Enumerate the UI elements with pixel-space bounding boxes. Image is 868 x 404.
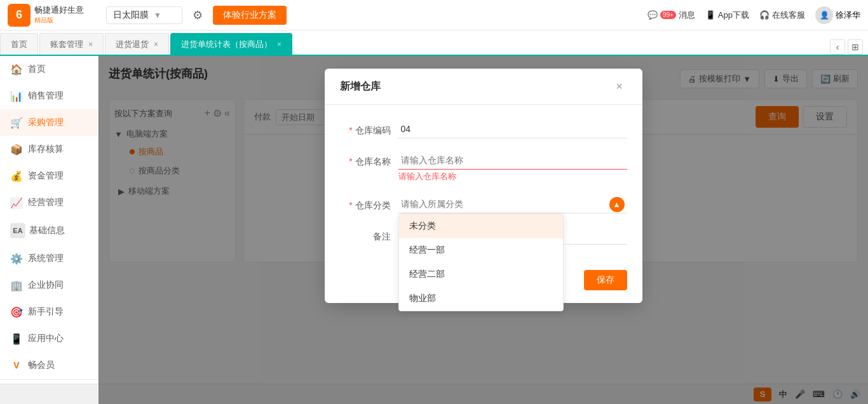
appcenter-icon: 📱 [10,332,23,345]
sidebar-label-appcenter: 应用中心 [28,333,64,344]
online-service-item[interactable]: 🎧 在线客服 [759,10,805,21]
tab-return[interactable]: 进货退货 × [105,33,169,55]
top-header: 6 畅捷通好生意 精品版 日太阳膜 ▼ ⚙ 体验行业方案 💬 99+ 消息 📱 … [0,0,868,30]
inventory-icon: 📦 [10,143,23,156]
sidebar-item-sales[interactable]: 📊 销售管理 [0,83,98,109]
enterprise-icon: 🏢 [10,279,23,292]
sidebar-item-inventory[interactable]: 📦 库存核算 [0,136,98,163]
dropdown-item-dept2[interactable]: 经营二部 [399,262,563,286]
tab-bar: 首页 账套管理 × 进货退货 × 进货单统计表（按商品） × ‹ ⊞ [0,30,868,56]
app-icon: 📱 [705,10,715,20]
tab-prev-btn[interactable]: ‹ [830,39,845,55]
dropdown-item-none[interactable]: 未分类 [399,214,563,238]
modal-header: 新增仓库 × [325,69,642,105]
code-control [398,120,627,138]
sidebar-label-member: 畅会员 [28,360,55,371]
tab-accounts[interactable]: 账套管理 × [39,33,104,55]
form-row-name: 仓库名称 请输入仓库名称 [340,151,627,182]
category-dropdown: 未分类 经营一部 经营二部 物业部 [398,213,564,311]
sidebar-item-purchase[interactable]: 🛒 采购管理 [0,109,98,136]
tab-controls: ‹ ⊞ [830,39,868,55]
operations-icon: 📈 [10,196,23,209]
sidebar-item-newbie[interactable]: 🎯 新手引导 [0,299,98,325]
ea-icon: EA [10,223,25,238]
sidebar-item-operations[interactable]: 📈 经营管理 [0,189,98,216]
sidebar-label-purchase: 采购管理 [28,117,64,128]
member-icon: V [10,359,23,372]
app-download-label: App下载 [718,10,749,21]
form-row-category: 仓库分类 ▲ 未分类 经营一部 经营二部 物业部 [340,195,627,213]
tab-stats-close[interactable]: × [277,40,281,49]
modal-save-btn[interactable]: 保存 [584,270,627,290]
logo-sub: 精品版 [34,16,84,25]
sidebar-label-system: 系统管理 [28,253,64,264]
sidebar-label-inventory: 库存核算 [28,144,64,155]
name-error-msg: 请输入仓库名称 [398,171,627,182]
header-right: 💬 99+ 消息 📱 App下载 🎧 在线客服 👤 徐泽华 [648,6,860,24]
message-label: 消息 [679,10,695,21]
header-middle: 日太阳膜 ▼ ⚙ 体验行业方案 [106,5,648,25]
name-control: 请输入仓库名称 [398,151,627,182]
tab-stats-label: 进货单统计表（按商品） [181,39,272,50]
store-name: 日太阳膜 [113,10,149,21]
form-row-code: 仓库编码 [340,120,627,138]
app-download-item[interactable]: 📱 App下载 [705,10,749,21]
tab-return-label: 进货退货 [116,39,149,50]
system-icon: ⚙️ [10,252,23,265]
tab-return-close[interactable]: × [154,40,158,49]
tab-accounts-label: 账套管理 [50,39,83,50]
note-label: 备注 [340,226,391,243]
category-label: 仓库分类 [340,195,391,212]
finance-icon: 💰 [10,170,23,182]
home-icon: 🏠 [10,63,23,76]
settings-icon[interactable]: ⚙ [187,5,208,25]
purchase-icon: 🛒 [10,116,23,129]
sidebar: 🏠 首页 📊 销售管理 🛒 采购管理 📦 库存核算 💰 资金管理 📈 经营管理 … [0,56,98,404]
tab-home[interactable]: 首页 [0,33,38,55]
sidebar-label-enterprise: 企业协同 [28,279,64,291]
logo-text: 畅捷通好生意 [34,5,84,16]
trial-button[interactable]: 体验行业方案 [213,6,287,25]
store-selector[interactable]: 日太阳膜 ▼ [106,6,182,24]
tab-stats[interactable]: 进货单统计表（按商品） × [170,33,292,55]
content-area: 进货单统计(按商品) 🖨 按模板打印 ▼ ⬇ 导出 🔄 刷新 [98,56,868,404]
message-badge: 99+ [660,11,676,19]
sidebar-item-finance[interactable]: 💰 资金管理 [0,163,98,189]
newbie-icon: 🎯 [10,306,23,318]
modal-close-btn[interactable]: × [612,79,627,94]
user-area[interactable]: 👤 徐泽华 [815,6,860,24]
sidebar-label-finance: 资金管理 [28,170,64,182]
message-item[interactable]: 💬 99+ 消息 [648,10,695,21]
avatar: 👤 [815,6,833,24]
sidebar-item-member[interactable]: V 畅会员 [0,352,98,379]
category-toggle-btn[interactable]: ▲ [609,197,625,212]
sidebar-item-appcenter[interactable]: 📱 应用中心 [0,325,98,352]
sidebar-item-system[interactable]: ⚙️ 系统管理 [0,245,98,272]
sidebar-item-enterprise[interactable]: 🏢 企业协同 [0,272,98,299]
sidebar-label-basic: 基础信息 [29,225,65,236]
online-service-label: 在线客服 [772,10,805,21]
tab-accounts-close[interactable]: × [88,40,93,49]
code-input[interactable] [398,120,627,138]
category-input[interactable] [398,195,627,213]
sidebar-label-sales: 销售管理 [28,90,64,102]
sidebar-label-operations: 经营管理 [28,197,64,208]
tab-next-btn[interactable]: ⊞ [848,39,863,55]
modal-body: 仓库编码 仓库名称 请输入仓库名称 [325,105,642,262]
modal-overlay: 新增仓库 × 仓库编码 仓库名称 [98,56,868,404]
sales-icon: 📊 [10,90,23,102]
sidebar-label-newbie: 新手引导 [28,306,64,318]
dropdown-item-dept1[interactable]: 经营一部 [399,238,563,262]
store-dropdown-arrow: ▼ [154,11,161,20]
logo-area: 6 畅捷通好生意 精品版 [8,4,106,27]
name-label: 仓库名称 [340,151,391,168]
modal-new-warehouse: 新增仓库 × 仓库编码 仓库名称 [325,69,642,303]
dropdown-item-dept3[interactable]: 物业部 [399,286,563,311]
category-control: ▲ 未分类 经营一部 经营二部 物业部 [398,195,627,213]
name-input[interactable] [398,151,627,170]
sidebar-item-basic[interactable]: EA 基础信息 [0,216,98,245]
message-icon: 💬 [648,10,658,20]
sidebar-item-home[interactable]: 🏠 首页 [0,56,98,83]
modal-title: 新增仓库 [340,80,381,93]
tab-home-label: 首页 [11,39,27,50]
